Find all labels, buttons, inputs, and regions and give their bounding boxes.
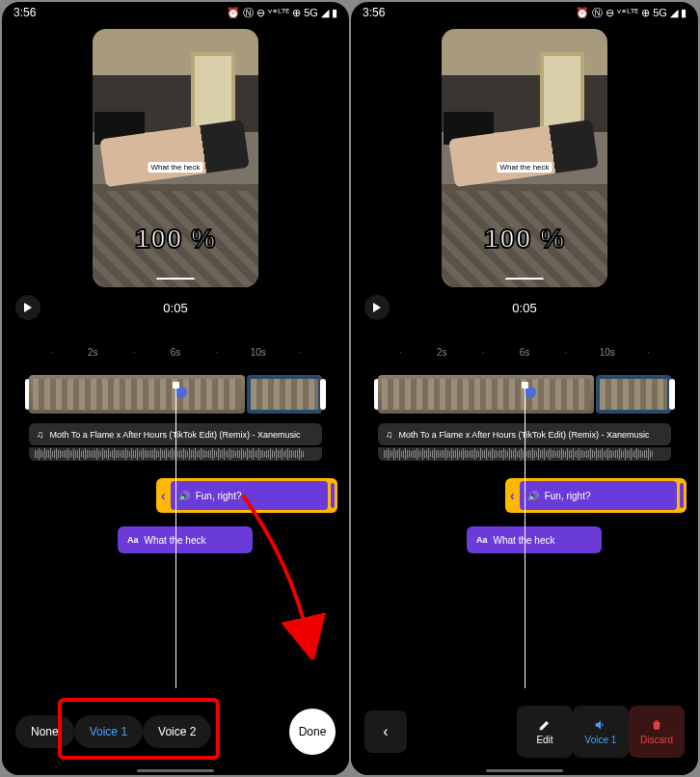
edit-button[interactable]: Edit (517, 706, 573, 758)
speaker-icon (594, 718, 607, 732)
video-preview: What the heck 100 % 0:05 (351, 23, 698, 332)
screen-voice-select: 3:56 ⏰ Ⓝ ⊖ ᵛᵒᴸᵀᴱ ⊕ 5G ◢ ▮ What the heck … (2, 2, 349, 775)
status-bar: 3:56 ⏰ Ⓝ ⊖ ᵛᵒᴸᵀᴱ ⊕ 5G ◢ ▮ (351, 2, 698, 23)
timestamp: 0:05 (390, 301, 660, 315)
voice-clip-handle[interactable] (331, 483, 335, 508)
clock: 3:56 (13, 6, 36, 19)
door-graphic (191, 52, 235, 131)
timeline-editor[interactable]: · 2s · 6s · 10s · ♫ Moth To a Flame x Af… (2, 332, 349, 775)
clip-end-handle[interactable] (669, 379, 675, 410)
voice-clip-label: Fun, right? (545, 491, 591, 501)
discard-button[interactable]: Discard (629, 706, 685, 758)
playhead[interactable] (525, 386, 525, 688)
video-clip-1[interactable] (378, 375, 594, 414)
home-indicator (486, 769, 563, 772)
video-clip-2[interactable] (247, 375, 322, 414)
clock: 3:56 (363, 6, 385, 19)
text-clip[interactable]: Aa What the heck (467, 526, 602, 553)
video-clip-1[interactable] (29, 375, 245, 414)
bottom-toolbar: ‹ Edit Voice 1 Discard (351, 688, 698, 775)
voice-clip[interactable]: ‹ 🔊 Fun, right? (156, 478, 337, 513)
video-thumbnail[interactable]: What the heck 100 % (442, 29, 607, 287)
overlay-caption: What the heck (497, 162, 552, 173)
overlay-caption: What the heck (148, 162, 202, 173)
screen-edit-options: 3:56 ⏰ Ⓝ ⊖ ᵛᵒᴸᵀᴱ ⊕ 5G ◢ ▮ What the heck … (351, 2, 698, 775)
text-clip[interactable]: Aa What the heck (118, 526, 253, 553)
time-ruler: · 2s · 6s · 10s · (361, 347, 688, 358)
swipe-handle (505, 278, 544, 281)
bottom-toolbar: None Voice 1 Voice 2 Done (2, 688, 349, 775)
overlay-percent: 100 % (135, 224, 216, 255)
video-clip-2[interactable] (596, 375, 671, 414)
home-indicator (137, 769, 214, 772)
video-preview: What the heck 100 % 0:05 (2, 23, 349, 332)
voice-clip[interactable]: ‹ 🔊 Fun, right? (505, 478, 687, 513)
door-graphic (540, 52, 584, 131)
voice-clip-label: Fun, right? (196, 491, 242, 501)
play-icon (23, 303, 33, 312)
voice1-button[interactable]: Voice 1 (74, 715, 143, 748)
trash-icon (650, 718, 663, 732)
voice1-button[interactable]: Voice 1 (573, 706, 629, 758)
done-button[interactable]: Done (289, 709, 336, 755)
chevron-left-icon: ‹ (383, 723, 388, 740)
status-icons: ⏰ Ⓝ ⊖ ᵛᵒᴸᵀᴱ ⊕ 5G ◢ ▮ (227, 6, 337, 20)
none-button[interactable]: None (15, 715, 74, 748)
status-bar: 3:56 ⏰ Ⓝ ⊖ ᵛᵒᴸᵀᴱ ⊕ 5G ◢ ▮ (2, 2, 349, 23)
clip-end-handle[interactable] (320, 379, 326, 410)
chevron-left-icon[interactable]: ‹ (508, 488, 517, 503)
play-icon (372, 303, 382, 312)
music-icon: ♫ (386, 429, 393, 440)
pencil-icon (538, 718, 552, 732)
overlay-percent: 100 % (484, 224, 565, 255)
play-button[interactable] (364, 295, 390, 320)
play-button[interactable] (15, 295, 40, 320)
text-icon: Aa (127, 535, 139, 545)
playhead[interactable] (175, 386, 176, 688)
speaker-icon: 🔊 (527, 491, 539, 501)
back-button[interactable]: ‹ (364, 710, 407, 753)
status-icons: ⏰ Ⓝ ⊖ ᵛᵒᴸᵀᴱ ⊕ 5G ◢ ▮ (576, 6, 687, 20)
time-ruler: · 2s · 6s · 10s · (12, 347, 339, 358)
speaker-icon: 🔊 (178, 491, 190, 501)
text-icon: Aa (476, 535, 488, 545)
video-thumbnail[interactable]: What the heck 100 % (93, 29, 258, 287)
voice-clip-handle[interactable] (680, 483, 684, 508)
timeline-editor[interactable]: · 2s · 6s · 10s · ♫ Moth To a Flame x Af… (351, 332, 698, 775)
timestamp: 0:05 (40, 301, 310, 315)
chevron-left-icon[interactable]: ‹ (159, 488, 168, 503)
voice2-button[interactable]: Voice 2 (143, 715, 211, 748)
swipe-handle (156, 278, 195, 281)
music-icon: ♫ (37, 429, 44, 440)
